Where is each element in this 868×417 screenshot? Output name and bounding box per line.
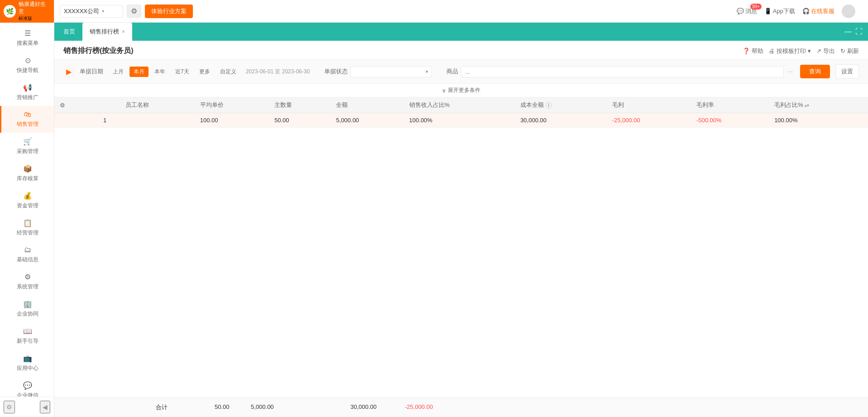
goods-filter-wrap: 商品 ··· xyxy=(446,66,795,77)
sidebar-item-label: 新手引导 xyxy=(17,337,38,345)
sidebar-item-guide[interactable]: 📖 新手引导 xyxy=(0,322,54,350)
filter-more-icon[interactable]: ··· xyxy=(786,68,795,75)
sidebar-item-basic[interactable]: 🗂 基础信息 xyxy=(0,241,54,268)
col-margin-pct: 毛利占比% ▴▾ xyxy=(769,97,868,113)
tab-active-label: 销售排行榜 xyxy=(90,28,119,36)
sidebar-item-system[interactable]: ⚙ 系统管理 xyxy=(0,268,54,295)
sidebar-item-label: 快捷导航 xyxy=(17,67,38,74)
sidebar-item-enterprise[interactable]: 🏢 企业协同 xyxy=(0,295,54,322)
cell-margin-pct: 100.00% xyxy=(769,113,868,128)
sidebar-item-quick[interactable]: ⊙ 快捷导航 xyxy=(0,52,54,79)
topbar: XXXXXX公司 ▾ ⚙ 体验行业方案 💬 消息 99+ 📱 App下载 🎧 在… xyxy=(54,0,868,23)
sidebar: 🌿 畅康通好生意 标准版 ☰ 搜索菜单 ⊙ 快捷导航 📢 营销推广 🛍 销售管理… xyxy=(0,0,54,417)
tab-home[interactable]: 首页 xyxy=(56,23,82,41)
col-amount: 全额 xyxy=(331,97,403,113)
footer-gross: -25,000.00 xyxy=(399,402,454,413)
date-last-month-button[interactable]: 上月 xyxy=(109,67,128,77)
print-chevron-icon: ▾ xyxy=(808,48,811,54)
table-footer: 合计 50.00 5,000.00 30,000.00 -25,000.00 xyxy=(54,398,868,417)
wechat-icon: 💬 xyxy=(23,381,32,390)
enterprise-icon: 🏢 xyxy=(23,300,32,308)
sidebar-item-label: 企业协同 xyxy=(17,310,38,318)
table-header-row: ⚙ 员工名称 平均单价 主数量 全额 销售收入占比% 成本全额 i 毛利 毛利率… xyxy=(54,97,868,113)
sidebar-item-finance[interactable]: 💰 资金管理 xyxy=(0,187,54,214)
apps-icon: 📺 xyxy=(23,354,32,363)
inventory-icon: 📦 xyxy=(23,164,32,173)
marketing-icon: 📢 xyxy=(23,83,32,92)
app-version: 标准版 xyxy=(19,15,50,22)
settings-button[interactable]: 设置 xyxy=(835,64,859,79)
expand-more-row: ∨ 展开更多条件 xyxy=(54,84,868,97)
sidebar-item-purchase[interactable]: 🛒 采购管理 xyxy=(0,133,54,160)
quick-nav-icon: ⊙ xyxy=(25,56,31,65)
col-name: 员工名称 xyxy=(120,97,194,113)
page-title: 销售排行榜(按业务员) xyxy=(63,46,134,56)
main-area: XXXXXX公司 ▾ ⚙ 体验行业方案 💬 消息 99+ 📱 App下载 🎧 在… xyxy=(54,0,868,417)
sidebar-settings-button[interactable]: ⚙ xyxy=(4,401,15,413)
print-label: 按模板打印 xyxy=(777,47,806,55)
app-download-button[interactable]: 📱 App下载 xyxy=(764,7,795,15)
avatar[interactable] xyxy=(842,5,855,18)
settings-col-icon: ⚙ xyxy=(60,102,65,109)
footer-sales-pct xyxy=(291,402,345,413)
date-this-year-button[interactable]: 本年 xyxy=(150,67,169,77)
service-label: 在线客服 xyxy=(811,7,834,15)
date-custom-button[interactable]: 自定义 xyxy=(216,67,240,77)
filter-expand-arrow[interactable]: ▶ xyxy=(63,66,74,78)
sidebar-item-label: 销售管理 xyxy=(17,120,38,128)
sidebar-item-inventory[interactable]: 📦 库存核算 xyxy=(0,160,54,187)
export-button[interactable]: ↗ 导出 xyxy=(816,47,835,55)
date-this-month-button[interactable]: 本月 xyxy=(129,67,149,77)
tab-close-icon[interactable]: × xyxy=(122,29,125,35)
col-cost: 成本全额 i xyxy=(515,97,606,113)
sidebar-item-sales[interactable]: 🛍 销售管理 xyxy=(0,106,54,133)
industry-solution-button[interactable]: 体验行业方案 xyxy=(145,5,193,18)
cell-sales-pct: 100.00% xyxy=(404,113,515,128)
col-settings[interactable]: ⚙ xyxy=(54,97,90,113)
expand-conditions-button[interactable]: ∨ 展开更多条件 xyxy=(442,86,480,94)
status-label: 单据状态 xyxy=(324,67,348,76)
goods-input[interactable] xyxy=(461,66,784,77)
print-icon: 🖨 xyxy=(769,48,775,54)
sidebar-collapse-button[interactable]: ◀ xyxy=(40,401,50,413)
print-button[interactable]: 🖨 按模板打印 ▾ xyxy=(769,47,811,55)
app-logo: 🌿 畅康通好生意 标准版 xyxy=(0,0,54,23)
search-menu-icon: ☰ xyxy=(24,29,31,38)
sidebar-item-search[interactable]: ☰ 搜索菜单 xyxy=(0,24,54,52)
refresh-button[interactable]: ↻ 刷新 xyxy=(840,47,859,55)
col-gross: 毛利 xyxy=(607,97,691,113)
cell-avg-price: 100.00 xyxy=(195,113,269,128)
message-icon: 💬 xyxy=(737,8,744,14)
table-wrap: ⚙ 员工名称 平均单价 主数量 全额 销售收入占比% 成本全额 i 毛利 毛利率… xyxy=(54,97,868,398)
goods-label: 商品 xyxy=(446,67,458,76)
sidebar-item-wechat[interactable]: 💬 企业微信 xyxy=(0,377,54,397)
message-button[interactable]: 💬 消息 99+ xyxy=(737,7,757,15)
sidebar-item-marketing[interactable]: 📢 营销推广 xyxy=(0,79,54,106)
status-select[interactable] xyxy=(350,66,432,77)
sidebar-bottom: ⚙ ◀ xyxy=(0,397,54,417)
help-button[interactable]: ❓ 帮助 xyxy=(743,47,763,55)
col-qty: 主数量 xyxy=(269,97,331,113)
tab-sales-ranking[interactable]: 销售排行榜 × xyxy=(82,23,132,41)
online-service-button[interactable]: 🎧 在线客服 xyxy=(802,7,834,15)
sidebar-item-label: 企业微信 xyxy=(17,392,38,397)
export-label: 导出 xyxy=(823,47,835,55)
cell-cost: 30,000.00 xyxy=(515,113,606,128)
system-icon: ⚙ xyxy=(24,273,31,281)
company-selector[interactable]: XXXXXX公司 ▾ xyxy=(60,5,123,18)
basic-icon: 🗂 xyxy=(24,246,31,254)
company-settings-button[interactable]: ⚙ xyxy=(127,5,141,18)
footer-cost: 30,000.00 xyxy=(345,402,399,413)
date-last-7days-button[interactable]: 近7天 xyxy=(171,67,193,77)
cell-name xyxy=(120,113,194,128)
chevron-down-icon: ∨ xyxy=(442,87,446,94)
footer-amount: 5,000.00 xyxy=(245,402,291,413)
date-more-button[interactable]: 更多 xyxy=(195,67,214,77)
operations-icon: 📋 xyxy=(23,219,32,227)
sidebar-item-apps[interactable]: 📺 应用中心 xyxy=(0,350,54,377)
sidebar-item-operations[interactable]: 📋 经营管理 xyxy=(0,214,54,241)
query-button[interactable]: 查询 xyxy=(800,65,830,78)
tab-minimize-button[interactable]: — xyxy=(844,28,852,36)
tab-maximize-button[interactable]: ⛶ xyxy=(855,28,863,36)
guide-icon: 📖 xyxy=(23,327,32,336)
